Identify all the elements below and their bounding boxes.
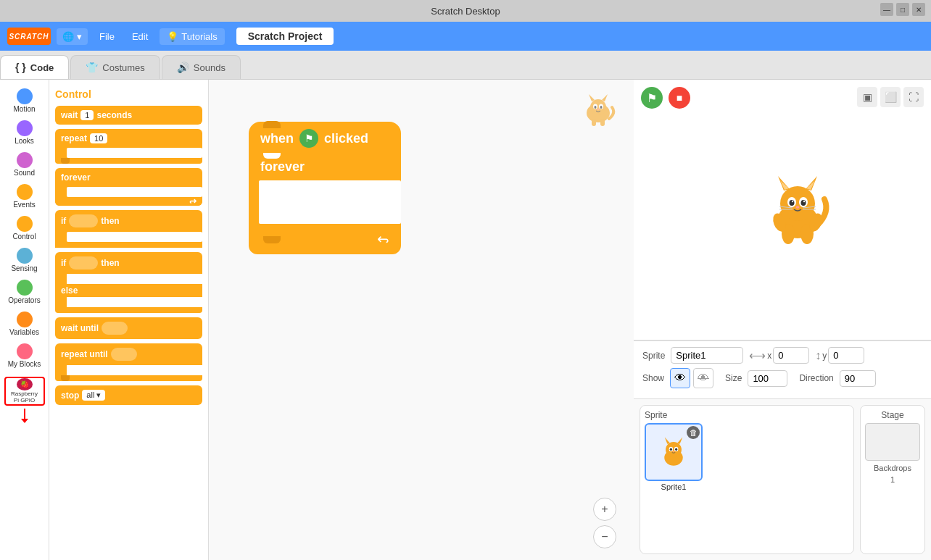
if2-condition-slot bbox=[69, 256, 98, 269]
sprite1-delete-button[interactable]: 🗑 bbox=[687, 426, 700, 439]
raspberry-pi-gpio[interactable]: 🍓 RaspberryPi GPIO bbox=[4, 377, 45, 406]
sidebar-item-variables[interactable]: Variables bbox=[2, 309, 47, 339]
minimize-button[interactable]: — bbox=[880, 3, 893, 16]
tab-sounds[interactable]: 🔊 Sounds bbox=[162, 55, 241, 79]
sounds-tab-icon: 🔊 bbox=[177, 62, 189, 73]
sidebar-item-sound[interactable]: Sound bbox=[2, 149, 47, 180]
stage-fullscreen-button[interactable]: ⛶ bbox=[903, 87, 924, 107]
show-visible-button[interactable]: 👁 bbox=[670, 368, 690, 388]
sound-label: Sound bbox=[14, 169, 35, 177]
svg-rect-9 bbox=[592, 119, 596, 126]
block-repeat-until[interactable]: repeat until bbox=[55, 343, 202, 381]
block-forever[interactable]: forever ↩ bbox=[55, 168, 202, 206]
language-selector[interactable]: 🌐 ▾ bbox=[57, 28, 88, 45]
sidebar-item-operators[interactable]: Operators bbox=[2, 277, 47, 307]
when-clicked-block[interactable]: when ⚑ clicked forever ↩ bbox=[249, 122, 401, 254]
svg-point-39 bbox=[675, 448, 677, 451]
sprite-stage-area: Sprite 🗑 bbox=[634, 398, 931, 560]
list-item: 🗑 bbox=[645, 423, 703, 491]
control-label: Control bbox=[12, 233, 36, 241]
svg-point-33 bbox=[666, 442, 682, 458]
stage-side-panel: Stage Backdrops 1 bbox=[860, 405, 925, 554]
sprite-info-row: Sprite ⟷ x ↕ y bbox=[642, 347, 922, 364]
stage-controls: ⚑ ■ bbox=[641, 87, 690, 109]
maximize-button[interactable]: □ bbox=[896, 3, 909, 16]
sidebar-item-events[interactable]: Events bbox=[2, 181, 47, 212]
repeat-value[interactable]: 10 bbox=[90, 133, 107, 143]
edit-menu[interactable]: Edit bbox=[126, 28, 154, 45]
raspberry-block[interactable]: 🍓 RaspberryPi GPIO bbox=[4, 377, 45, 406]
sprite-list: 🗑 bbox=[645, 423, 849, 491]
show-hidden-button[interactable]: 👁 bbox=[693, 368, 713, 388]
x-input[interactable] bbox=[773, 347, 809, 364]
stop-button[interactable]: ■ bbox=[669, 87, 690, 109]
direction-input[interactable] bbox=[840, 370, 876, 387]
close-button[interactable]: ✕ bbox=[912, 3, 925, 16]
tutorials-label: Tutorials bbox=[181, 31, 217, 42]
svg-rect-10 bbox=[600, 119, 605, 126]
stage-thumbnail[interactable] bbox=[865, 423, 920, 461]
sidebar-item-looks[interactable]: Looks bbox=[2, 117, 47, 148]
raspberry-label: RaspberryPi GPIO bbox=[11, 390, 38, 404]
variables-label: Variables bbox=[9, 328, 39, 336]
sprite-name-label: Sprite bbox=[642, 351, 665, 361]
block-wait-until[interactable]: wait until bbox=[55, 317, 202, 339]
zoom-out-button[interactable]: − bbox=[593, 525, 616, 548]
eye-icon: 👁 bbox=[674, 372, 686, 385]
sidebar-item-motion[interactable]: Motion bbox=[2, 85, 47, 116]
block-if-then[interactable]: if then bbox=[55, 210, 202, 248]
svg-marker-35 bbox=[677, 438, 682, 444]
y-coord-group: ↕ y bbox=[815, 347, 864, 364]
if-label: if bbox=[61, 216, 66, 226]
stage-medium-button[interactable]: ⬜ bbox=[880, 87, 901, 107]
stage-layout-buttons: ▣ ⬜ ⛶ bbox=[857, 87, 924, 107]
sprite-name-input[interactable] bbox=[671, 347, 743, 364]
size-label: Size bbox=[725, 373, 742, 383]
sidebar-item-control[interactable]: Control bbox=[2, 213, 47, 243]
show-label: Show bbox=[642, 373, 664, 383]
svg-marker-34 bbox=[665, 438, 670, 444]
svg-point-20 bbox=[800, 200, 806, 206]
block-stop[interactable]: stop all ▾ bbox=[55, 385, 202, 405]
tutorials-button[interactable]: 💡 Tutorials bbox=[160, 28, 224, 45]
operators-dot bbox=[17, 280, 33, 296]
green-flag-symbol: ⚑ bbox=[647, 91, 657, 105]
green-flag-button[interactable]: ⚑ bbox=[641, 87, 663, 109]
svg-marker-16 bbox=[806, 180, 815, 190]
costumes-tab-icon: 👕 bbox=[86, 62, 98, 73]
forever-arrow-icon: ↩ bbox=[377, 231, 389, 248]
svg-point-21 bbox=[791, 200, 793, 201]
sidebar-item-myblocks[interactable]: My Blocks bbox=[2, 340, 47, 371]
svg-point-8 bbox=[597, 109, 600, 110]
then2-label: then bbox=[101, 258, 119, 268]
flag-symbol: ⚑ bbox=[305, 133, 314, 144]
tab-costumes[interactable]: 👕 Costumes bbox=[70, 55, 160, 79]
events-label: Events bbox=[13, 201, 36, 209]
svg-point-38 bbox=[670, 448, 672, 451]
tab-code[interactable]: { } Code bbox=[0, 55, 69, 79]
green-flag-icon: ⚑ bbox=[299, 129, 318, 148]
svg-point-22 bbox=[803, 200, 804, 201]
direction-label: Direction bbox=[799, 373, 833, 383]
block-repeat[interactable]: repeat 10 bbox=[55, 129, 202, 164]
y-input[interactable] bbox=[828, 347, 864, 364]
sensing-dot bbox=[17, 248, 33, 264]
window-controls: — □ ✕ bbox=[880, 3, 925, 16]
sidebar-item-sensing[interactable]: Sensing bbox=[2, 245, 47, 275]
raspberry-dot: 🍓 bbox=[17, 378, 33, 390]
stage-small-button[interactable]: ▣ bbox=[857, 87, 877, 107]
wait-value[interactable]: 1 bbox=[80, 110, 94, 120]
project-name-input[interactable]: Scratch Project bbox=[236, 28, 334, 45]
block-wait[interactable]: wait 1 seconds bbox=[55, 106, 202, 125]
stop-value[interactable]: all ▾ bbox=[82, 390, 105, 401]
zoom-in-button[interactable]: + bbox=[593, 498, 616, 521]
wait-label: wait bbox=[61, 110, 78, 120]
file-menu[interactable]: File bbox=[94, 28, 120, 45]
sprite1-thumbnail[interactable]: 🗑 bbox=[645, 423, 703, 481]
script-area[interactable]: when ⚑ clicked forever ↩ bbox=[209, 80, 634, 560]
control-dot bbox=[17, 216, 33, 232]
y-label: y bbox=[822, 351, 827, 361]
tab-bar: { } Code 👕 Costumes 🔊 Sounds bbox=[0, 51, 931, 80]
size-input[interactable] bbox=[748, 370, 787, 387]
block-if-then-else[interactable]: if then else bbox=[55, 252, 202, 313]
